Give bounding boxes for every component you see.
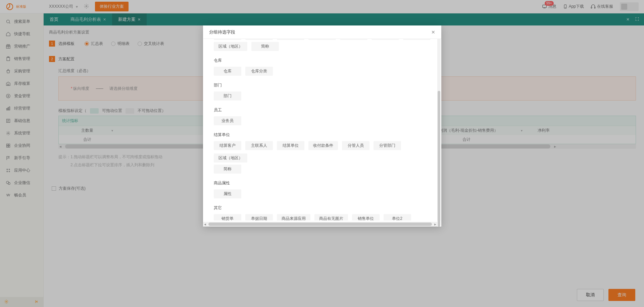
scroll-thumb[interactable] <box>208 223 432 226</box>
field-chip[interactable]: 区域（地区） <box>214 154 247 163</box>
modal-header: 分组待选字段 ✕ <box>203 25 441 39</box>
field-chip[interactable]: 客户分类 <box>245 39 273 40</box>
field-chip[interactable]: 销售单位 <box>403 39 431 40</box>
field-chip[interactable]: 简称 <box>251 42 279 51</box>
field-chip[interactable]: 结算单位 <box>277 141 304 150</box>
scroll-thumb[interactable] <box>438 91 440 227</box>
field-chip[interactable]: 主联系人 <box>371 39 399 40</box>
field-chip[interactable]: 分管人员 <box>308 39 336 40</box>
group-field-modal: 分组待选字段 ✕ 客户客户分类分管部门分管人员主联系方主联系人销售单位区域（地区… <box>203 25 441 227</box>
scroll-right-icon[interactable]: ▸ <box>433 222 437 227</box>
field-group-title: 其它 <box>214 205 436 211</box>
field-chip[interactable]: 业务员 <box>214 116 241 125</box>
modal-vertical-scrollbar[interactable] <box>437 39 441 221</box>
field-chip[interactable]: 分管部门 <box>374 141 401 150</box>
field-chip[interactable]: 主联系方 <box>340 39 367 40</box>
field-chip[interactable]: 部门 <box>214 91 241 101</box>
modal-title: 分组待选字段 <box>209 29 235 35</box>
field-chip[interactable]: 商品有无图片 <box>314 214 348 221</box>
field-chip[interactable]: 单位2 <box>384 214 411 221</box>
field-chip[interactable]: 分管部门 <box>277 39 304 40</box>
modal-body: 客户客户分类分管部门分管人员主联系方主联系人销售单位区域（地区）简称仓库仓库仓库… <box>203 39 441 227</box>
field-chip[interactable]: 仓库分类 <box>245 67 273 76</box>
field-group-title: 员工 <box>214 107 436 113</box>
field-chip[interactable]: 结算客户 <box>214 141 241 150</box>
field-chip[interactable]: 简称 <box>214 165 241 174</box>
field-chip[interactable]: 客户 <box>214 39 241 40</box>
field-chip[interactable]: 销货单 <box>214 214 241 221</box>
field-chip[interactable]: 属性 <box>214 189 241 198</box>
scroll-left-icon[interactable]: ◂ <box>203 222 207 227</box>
field-group-title: 商品属性 <box>214 180 436 186</box>
field-chip[interactable]: 销售单位 <box>352 214 380 221</box>
field-group-title: 部门 <box>214 82 436 88</box>
field-chip[interactable]: 收付款条件 <box>308 141 338 150</box>
field-chip[interactable]: 主联系人 <box>245 141 273 150</box>
field-chip[interactable]: 区域（地区） <box>214 42 247 51</box>
field-chip[interactable]: 仓库 <box>214 67 241 76</box>
field-chip[interactable]: 单据日期 <box>245 214 273 221</box>
field-group-title: 结算单位 <box>214 132 436 138</box>
field-group-title: 仓库 <box>214 58 436 63</box>
modal-close-button[interactable]: ✕ <box>431 29 435 35</box>
modal-horizontal-scrollbar[interactable]: ◂ ▸ <box>203 222 437 227</box>
field-chip[interactable]: 商品来源应用 <box>277 214 310 221</box>
field-chip[interactable]: 分管人员 <box>342 141 369 150</box>
